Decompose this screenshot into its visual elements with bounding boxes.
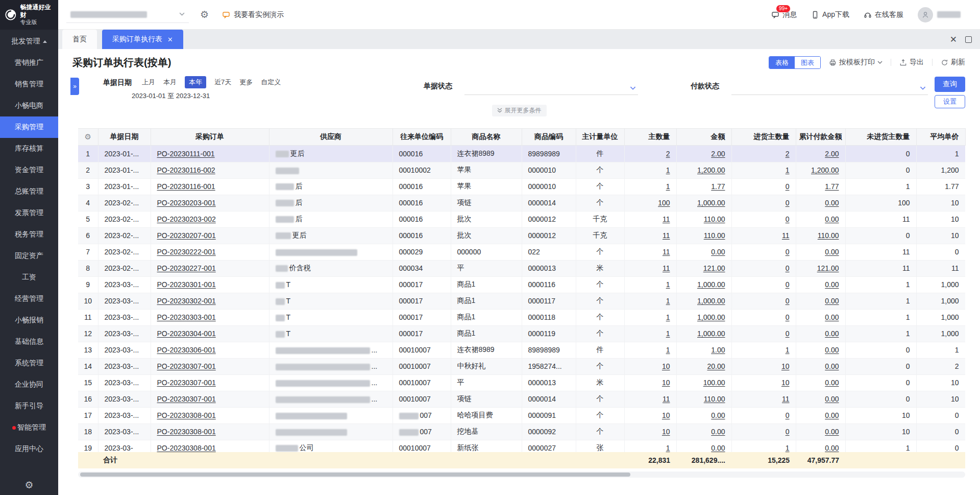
qty-link[interactable]: 1 <box>666 297 670 305</box>
scrollbar-thumb[interactable] <box>80 473 630 477</box>
sidebar-item-应用中心[interactable]: 应用中心 <box>0 438 58 460</box>
pay-status-select[interactable] <box>731 81 928 95</box>
po-link[interactable]: PO-20230308-001 <box>157 428 216 436</box>
in-qty-link[interactable]: 1 <box>786 346 790 354</box>
po-link[interactable]: PO-20230302-001 <box>157 297 216 305</box>
po-link[interactable]: PO-20230307-001 <box>157 362 216 370</box>
date-range-value[interactable]: 2023-01-01 至 2023-12-31 <box>132 91 281 101</box>
sidebar-item-企业协同[interactable]: 企业协同 <box>0 374 58 395</box>
po-link[interactable]: PO-20230111-001 <box>157 150 215 158</box>
sidebar-settings-gear-icon[interactable]: ⚙ <box>0 479 58 491</box>
po-link[interactable]: PO-20230304-001 <box>157 329 216 338</box>
sidebar-item-经营管理[interactable]: 经营管理 <box>0 288 58 310</box>
qty-link[interactable]: 10 <box>662 411 670 419</box>
qty-link[interactable]: 11 <box>663 264 670 272</box>
sidebar-item-工资[interactable]: 工资 <box>0 267 58 288</box>
view-toggle-table[interactable]: 表格 <box>769 57 795 68</box>
date-option[interactable]: 自定义 <box>261 78 281 87</box>
table-row[interactable]: 3 2023-01-... PO-20230116-001 后 000016 苹… <box>78 178 965 195</box>
horizontal-scrollbar[interactable] <box>78 472 965 478</box>
qty-link[interactable]: 10 <box>662 362 670 370</box>
table-row[interactable]: 7 2023-02-... PO-20230222-001 000029 000… <box>78 244 965 260</box>
po-link[interactable]: PO-20230222-001 <box>157 248 216 256</box>
in-qty-link[interactable]: 0 <box>786 182 790 191</box>
table-row[interactable]: 4 2023-02-... PO-20230203-001 后 000016 项… <box>78 195 965 211</box>
in-qty-link[interactable]: 0 <box>786 215 790 223</box>
paid-amount-link[interactable]: 0.00 <box>825 280 839 289</box>
amount-link[interactable]: 1,000.00 <box>697 313 725 321</box>
workbench-gear-icon[interactable]: ⚙ <box>200 10 209 19</box>
in-qty-link[interactable]: 0 <box>786 411 790 419</box>
po-link[interactable]: PO-20230306-001 <box>157 346 216 354</box>
table-row[interactable]: 5 2023-02-... PO-20230203-002 后 000016 批… <box>78 211 965 227</box>
qty-link[interactable]: 1 <box>666 313 670 321</box>
paid-amount-link[interactable]: 0.00 <box>825 428 839 436</box>
close-all-tabs-icon[interactable]: ✕ <box>950 35 957 44</box>
in-qty-link[interactable]: 10 <box>781 362 790 370</box>
qty-link[interactable]: 2 <box>666 150 670 158</box>
in-qty-link[interactable]: 2 <box>786 150 790 158</box>
table-row[interactable]: 2 2023-01-... PO-20230116-002 00010002 苹… <box>78 162 965 178</box>
qty-link[interactable]: 10 <box>662 428 670 436</box>
online-support-button[interactable]: 在线客服 <box>864 10 903 19</box>
paid-amount-link[interactable]: 2.00 <box>825 150 839 158</box>
sidebar-item-营销推广[interactable]: 营销推广 <box>0 52 58 74</box>
table-row[interactable]: 18 2023-03-... PO-20230308-001 007 挖地基 0… <box>78 423 965 440</box>
expand-more-conditions[interactable]: 展开更多条件 <box>492 105 547 116</box>
amount-link[interactable]: 0.00 <box>711 248 725 256</box>
paid-amount-link[interactable]: 0.00 <box>825 395 839 403</box>
company-selector[interactable] <box>66 7 189 23</box>
amount-link[interactable]: 110.00 <box>704 231 725 240</box>
sidebar-item-新手引导[interactable]: 新手引导 <box>0 395 58 417</box>
view-toggle-chart[interactable]: 图表 <box>795 57 820 68</box>
sidebar-item-发票管理[interactable]: 发票管理 <box>0 202 58 224</box>
refresh-button[interactable]: 刷新 <box>941 58 965 67</box>
amount-link[interactable]: 110.00 <box>704 395 725 403</box>
table-row[interactable]: 16 2023-03-... PO-20230307-001 ... 00010… <box>78 391 965 407</box>
amount-link[interactable]: 1,000.00 <box>697 280 725 289</box>
amount-link[interactable]: 1,000.00 <box>697 297 725 305</box>
qty-link[interactable]: 11 <box>663 395 670 403</box>
paid-amount-link[interactable]: 0.00 <box>825 329 839 338</box>
date-option[interactable]: 上月 <box>142 78 155 87</box>
export-button[interactable]: 导出 <box>899 58 924 67</box>
in-qty-link[interactable]: 0 <box>786 313 790 321</box>
sidebar-item-库存核算[interactable]: 库存核算 <box>0 138 58 159</box>
po-link[interactable]: PO-20230307-001 <box>157 379 216 387</box>
table-row[interactable]: 12 2023-03-... PO-20230304-001 T 000017 … <box>78 325 965 342</box>
sidebar-item-智能管理[interactable]: 智能管理 <box>0 417 58 438</box>
po-link[interactable]: PO-20230303-001 <box>157 313 216 321</box>
po-link[interactable]: PO-20230203-001 <box>157 199 216 207</box>
amount-link[interactable]: 20.00 <box>707 362 725 370</box>
qty-link[interactable]: 11 <box>663 231 670 240</box>
qty-link[interactable]: 1 <box>666 166 670 174</box>
table-row[interactable]: 10 2023-03-... PO-20230302-001 T 000017 … <box>78 293 965 309</box>
table-row[interactable]: 8 2023-02-... PO-20230227-001 价含税 000034… <box>78 260 965 276</box>
amount-link[interactable]: 1.00 <box>711 346 725 354</box>
paid-amount-link[interactable]: 110.00 <box>818 231 839 240</box>
po-link[interactable]: PO-20230227-001 <box>157 264 216 272</box>
po-link[interactable]: PO-20230307-001 <box>157 395 216 403</box>
app-download-button[interactable]: App下载 <box>811 10 849 19</box>
date-option[interactable]: 本月 <box>163 78 177 87</box>
paid-amount-link[interactable]: 0.00 <box>825 297 839 305</box>
table-row[interactable]: 17 2023-03-... PO-20230308-001 007 哈哈项目费… <box>78 407 965 423</box>
qty-link[interactable]: 1 <box>666 280 670 289</box>
in-qty-link[interactable]: 1 <box>786 444 790 452</box>
date-option[interactable]: 近7天 <box>214 78 231 87</box>
amount-link[interactable]: 0.00 <box>711 411 725 419</box>
po-link[interactable]: PO-20230308-001 <box>157 444 216 452</box>
sidebar-item-销售管理[interactable]: 销售管理 <box>0 74 58 95</box>
paid-amount-link[interactable]: 0.00 <box>825 215 839 223</box>
column-settings-icon[interactable]: ⚙ <box>85 132 91 141</box>
sidebar-item-固定资产[interactable]: 固定资产 <box>0 245 58 267</box>
print-by-template-button[interactable]: 按模板打印 <box>829 58 883 67</box>
paid-amount-link[interactable]: 0.00 <box>825 313 839 321</box>
in-qty-link[interactable]: 10 <box>781 379 790 387</box>
collapse-filter-button[interactable]: » <box>70 78 79 95</box>
table-row[interactable]: 14 2023-03-... PO-20230307-001 ... 00010… <box>78 358 965 374</box>
paid-amount-link[interactable]: 0.00 <box>825 346 839 354</box>
amount-link[interactable]: 0.00 <box>711 428 725 436</box>
amount-link[interactable]: 1,000.00 <box>697 329 725 338</box>
amount-link[interactable]: 1,200.00 <box>697 166 725 174</box>
